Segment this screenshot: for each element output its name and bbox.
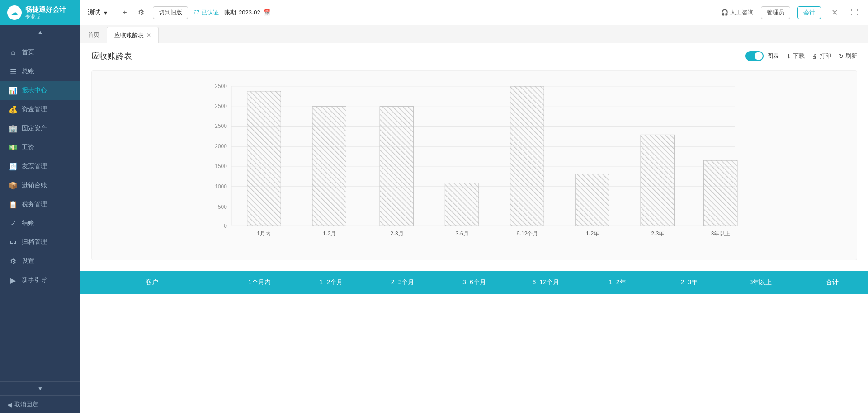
workspace-selector[interactable]: 测试 ▾ <box>88 9 107 17</box>
svg-text:500: 500 <box>218 204 227 210</box>
sidebar-label-wages: 工资 <box>22 143 34 151</box>
bar-1-2year <box>576 174 609 226</box>
sidebar-item-inventory[interactable]: 📦 进销台账 <box>0 176 80 195</box>
page-title: 应收账龄表 <box>91 51 132 61</box>
svg-text:2-3年: 2-3年 <box>651 230 664 237</box>
sidebar-item-archive[interactable]: 🗂 归档管理 <box>0 233 80 252</box>
tab-close-aging[interactable]: ✕ <box>146 32 151 38</box>
sidebar-item-guide[interactable]: ▶ 新手引导 <box>0 271 80 290</box>
sidebar-label-archive: 归档管理 <box>22 238 47 246</box>
settings-button[interactable]: ⚙ <box>135 6 147 19</box>
content-area: 应收账龄表 图表 ⬇ 下载 🖨 打印 <box>80 43 868 413</box>
table-header-cell-5: 6~12个月 <box>510 271 581 294</box>
app-edition: 专业版 <box>25 14 66 20</box>
tab-label-home: 首页 <box>88 31 99 39</box>
shield-icon: 🛡 <box>193 9 199 16</box>
sidebar-icon-inventory: 📦 <box>9 181 17 189</box>
svg-text:2500: 2500 <box>215 83 227 89</box>
download-button[interactable]: ⬇ 下载 <box>786 52 805 60</box>
bar-1month <box>247 91 281 226</box>
table-header-cell-8: 3年以上 <box>725 271 796 294</box>
sidebar-icon-reports: 📊 <box>9 86 17 94</box>
sidebar-icon-tax: 📋 <box>9 200 17 208</box>
workspace-name: 测试 <box>88 9 100 17</box>
table-header-cell-0: 客户 <box>80 271 224 294</box>
table-header-cell-2: 1~2个月 <box>295 271 367 294</box>
svg-text:3-6月: 3-6月 <box>456 230 469 237</box>
tabbar: 首页应收账龄表✕ <box>80 25 868 43</box>
accountant-button[interactable]: 会计 <box>797 6 821 19</box>
sidebar-unpin-button[interactable]: ◀ 取消固定 <box>0 395 80 413</box>
refresh-button[interactable]: ↻ 刷新 <box>839 52 857 60</box>
table-header-cell-9: 合计 <box>797 271 868 294</box>
tab-home[interactable]: 首页 <box>80 27 107 43</box>
chart-toggle[interactable] <box>745 51 764 61</box>
table-header-cell-6: 1~2年 <box>582 271 653 294</box>
sidebar-scroll-up[interactable]: ▲ <box>36 27 45 37</box>
chart-toggle-container: 图表 <box>745 51 779 61</box>
manager-button[interactable]: 管理员 <box>761 6 790 19</box>
sidebar-item-tax[interactable]: 📋 税务管理 <box>0 195 80 214</box>
tab-aging[interactable]: 应收账龄表✕ <box>107 27 159 43</box>
topbar-divider-1 <box>113 8 113 17</box>
sidebar-item-assets[interactable]: 🏢 固定资产 <box>0 119 80 138</box>
sidebar-icon-ledger: ☰ <box>9 67 17 75</box>
chart-area: 2500 2500 2500 2000 1500 1000 500 <box>80 67 868 271</box>
main-area: 测试 ▾ + ⚙ 切到旧版 🛡 已认证 账期 2023-02 📅 🎧 人工咨询 … <box>80 0 868 413</box>
calendar-icon[interactable]: 📅 <box>263 9 270 16</box>
accounting-period: 账期 2023-02 📅 <box>224 9 270 17</box>
sidebar-item-settings[interactable]: ⚙ 设置 <box>0 252 80 271</box>
sidebar-item-invoice[interactable]: 🧾 发票管理 <box>0 157 80 176</box>
sidebar-item-settle[interactable]: ✓ 结账 <box>0 214 80 233</box>
sidebar-icon-settle: ✓ <box>9 219 17 227</box>
sidebar-item-funds[interactable]: 💰 资金管理 <box>0 100 80 119</box>
sidebar-label-settle: 结账 <box>22 219 34 227</box>
svg-text:1-2月: 1-2月 <box>323 230 336 237</box>
close-button[interactable]: ✕ <box>828 6 841 19</box>
sidebar-label-invoice: 发票管理 <box>22 162 47 170</box>
add-button[interactable]: + <box>118 6 131 19</box>
sidebar-icon-funds: 💰 <box>9 105 17 113</box>
bar-3plus-year <box>703 160 737 226</box>
topbar-actions: + ⚙ <box>118 6 147 19</box>
sidebar-item-home[interactable]: ⌂ 首页 <box>0 43 80 62</box>
sidebar-item-ledger[interactable]: ☰ 总账 <box>0 62 80 81</box>
headset-icon: 🎧 <box>721 9 728 16</box>
sidebar-nav: ⌂ 首页 ☰ 总账 📊 报表中心 💰 资金管理 🏢 固定资产 💵 工资 🧾 发票… <box>0 39 80 381</box>
bar-2-3year <box>641 135 675 226</box>
sidebar-icon-guide: ▶ <box>9 276 17 284</box>
print-button[interactable]: 🖨 打印 <box>812 52 831 60</box>
chart-wrapper: 2500 2500 2500 2000 1500 1000 500 <box>91 70 857 260</box>
table-header-cell-4: 3~6个月 <box>439 271 510 294</box>
bar-1-2month <box>312 107 346 226</box>
bar-3-6month <box>445 183 479 226</box>
toggle-knob <box>755 52 763 60</box>
period-value: 2023-02 <box>239 9 260 16</box>
sidebar-item-reports[interactable]: 📊 报表中心 <box>0 81 80 100</box>
sidebar-icon-archive: 🗂 <box>9 238 17 246</box>
sidebar-item-wages[interactable]: 💵 工资 <box>0 138 80 157</box>
svg-text:2500: 2500 <box>215 103 227 109</box>
page-actions: 图表 ⬇ 下载 🖨 打印 ↻ 刷新 <box>745 51 857 61</box>
consult-button[interactable]: 🎧 人工咨询 <box>721 9 754 17</box>
sidebar-logo: ☁ 畅捷通好会计 专业版 <box>0 0 80 25</box>
certified-label: 已认证 <box>201 9 219 17</box>
switch-old-version-button[interactable]: 切到旧版 <box>153 6 188 19</box>
sidebar-label-guide: 新手引导 <box>22 276 47 284</box>
pin-icon: ◀ <box>7 401 12 408</box>
svg-text:1-2年: 1-2年 <box>586 230 599 237</box>
sidebar-scroll-down[interactable]: ▼ <box>36 384 45 394</box>
page-container: 应收账龄表 图表 ⬇ 下载 🖨 打印 <box>80 43 868 413</box>
sidebar-label-inventory: 进销台账 <box>22 181 47 189</box>
dropdown-icon: ▾ <box>104 9 107 16</box>
sidebar: ☁ 畅捷通好会计 专业版 ▲ ⌂ 首页 ☰ 总账 📊 报表中心 💰 资金管理 🏢… <box>0 0 80 413</box>
sidebar-label-home: 首页 <box>22 48 34 56</box>
table-area: 客户1个月内1~2个月2~3个月3~6个月6~12个月1~2年2~3年3年以上合… <box>80 271 868 294</box>
table-header-cell-3: 2~3个月 <box>367 271 438 294</box>
tab-label-aging: 应收账龄表 <box>114 31 144 39</box>
sidebar-icon-home: ⌂ <box>9 48 17 56</box>
consult-label: 人工咨询 <box>730 9 754 17</box>
table-header-cell-1: 1个月内 <box>224 271 295 294</box>
expand-button[interactable]: ⛶ <box>848 6 861 19</box>
svg-text:6-12个月: 6-12个月 <box>516 230 538 237</box>
